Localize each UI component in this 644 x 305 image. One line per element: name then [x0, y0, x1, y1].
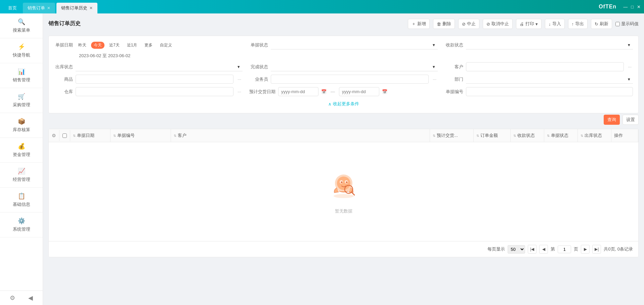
first-page-btn[interactable]: |◀ [528, 245, 536, 254]
out-stock-select[interactable]: ▾ [76, 63, 243, 71]
sidebar-item-system-mgmt-label: 系统管理 [13, 226, 30, 232]
per-page-select[interactable]: 50 10 20 100 [508, 245, 525, 254]
tab-home-label: 首页 [8, 5, 17, 11]
delete-button[interactable]: 🗑 删除 [433, 19, 455, 29]
salesperson-input[interactable] [271, 75, 429, 84]
date-btn-1month[interactable]: 近1月 [124, 42, 140, 49]
collapse-icon: ∧ [328, 102, 332, 107]
sidebar-item-purchase-mgmt[interactable]: 🛒 采购管理 [0, 88, 43, 113]
warehouse-more-icon[interactable]: ··· [236, 89, 243, 94]
salesperson-label: 业务员 [249, 76, 268, 82]
filter-warehouse-field: 仓库 ··· [54, 87, 243, 96]
page-suffix: 页 [574, 246, 578, 252]
calendar-start-icon[interactable]: 📅 [321, 89, 327, 94]
complete-status-dropdown-icon: ▾ [433, 64, 435, 69]
display-columns-checkbox-label[interactable]: 显示码值 [615, 21, 639, 27]
warehouse-label: 仓库 [54, 89, 73, 95]
sidebar-item-quick-nav[interactable]: ⚡ 快捷导航 [0, 38, 43, 63]
date-btn-yesterday[interactable]: 昨天 [76, 42, 89, 49]
table-header: ⚙ ⇅ 单据日期 ⇅ 单据编号 ⇅ 客户 ⇅ 预计交货. [49, 129, 638, 142]
filter-row-3: 商品 ··· 业务员 ··· 部门 ▾ [54, 75, 633, 84]
stop-icon: ⊘ [462, 22, 466, 27]
payment-status-dropdown-icon: ▾ [628, 42, 630, 47]
sidebar-item-operation-mgmt-label: 经营管理 [13, 177, 30, 183]
prev-page-btn[interactable]: ◀ [539, 245, 548, 254]
tab-sales-order-history[interactable]: 销售订单历史 ✕ [56, 3, 97, 13]
table-settings-icon[interactable]: ⚙ [49, 130, 59, 141]
sidebar-item-system-mgmt[interactable]: ⚙️ 系统管理 [0, 213, 43, 237]
query-button[interactable]: 查询 [604, 115, 620, 125]
next-page-btn[interactable]: ▶ [581, 245, 590, 254]
complete-status-select[interactable]: ▾ [271, 63, 438, 71]
filter-payment-status-field: 收款状态 ▾ [444, 41, 633, 49]
bill-status-dropdown-icon: ▾ [433, 42, 435, 47]
department-select[interactable]: ▾ [466, 75, 633, 84]
basic-info-icon: 📋 [18, 192, 25, 200]
goods-input[interactable] [76, 75, 233, 84]
empty-text: 暂无数据 [335, 208, 352, 214]
table-header-payment-status[interactable]: ⇅ 收款状态 [511, 129, 544, 142]
tab-sales-order-close[interactable]: ✕ [47, 6, 50, 10]
goods-more-icon[interactable]: ··· [236, 77, 243, 82]
last-page-btn[interactable]: ▶| [592, 245, 601, 254]
bill-no-input[interactable] [466, 87, 633, 96]
window-maximize[interactable]: □ [631, 4, 634, 9]
date-btn-today[interactable]: 今天 [91, 42, 104, 49]
bill-no-label: 单据编号 [444, 89, 463, 95]
tab-sales-order[interactable]: 销售订单 ✕ [23, 3, 55, 13]
sidebar-item-stock-calc[interactable]: 📦 库存核算 [0, 113, 43, 138]
window-minimize[interactable]: — [623, 4, 628, 9]
table-header-bill-date[interactable]: ⇅ 单据日期 [70, 129, 111, 142]
total-records-label: 共0页, 0条记录 [604, 246, 633, 252]
table-header-customer[interactable]: ⇅ 客户 [171, 129, 430, 142]
display-columns-checkbox[interactable] [615, 22, 620, 26]
date-btn-more[interactable]: 更多 [142, 42, 155, 49]
new-button[interactable]: ＋ 新增 [408, 19, 430, 29]
sidebar-item-basic-info[interactable]: 📋 基础信息 [0, 188, 43, 213]
stop-button[interactable]: ⊘ 中止 [458, 19, 479, 29]
cancel-stop-icon: ⊘ [486, 22, 490, 27]
import-button[interactable]: ↓ 导入 [545, 19, 565, 29]
filter-bill-status-field: 单据状态 ▾ [249, 41, 438, 49]
setting-button[interactable]: 设置 [622, 115, 639, 125]
tab-home[interactable]: 首页 [3, 3, 22, 13]
table-header-bill-status[interactable]: ⇅ 单据状态 [544, 129, 578, 142]
print-button[interactable]: 🖨 打印 ▾ [516, 19, 542, 29]
sidebar-item-operation-mgmt[interactable]: 📈 经营管理 [0, 163, 43, 188]
table-header-out-stock-status[interactable]: ⇅ 出库状态 [578, 129, 611, 142]
date-range-separator: — [329, 89, 336, 94]
filter-department-field: 部门 ▾ [444, 75, 633, 84]
sidebar-collapse-icon[interactable]: ◀ [28, 294, 33, 302]
collapse-btn[interactable]: ∧ 收起更多条件 [54, 100, 633, 108]
expected-date-start-input[interactable] [278, 87, 318, 96]
page-number-input[interactable] [558, 245, 571, 253]
bill-status-select[interactable]: ▾ [271, 41, 438, 49]
tab-list: 首页 销售订单 ✕ 销售订单历史 ✕ [3, 1, 599, 12]
warehouse-input[interactable] [76, 87, 233, 96]
date-btn-custom[interactable]: 自定义 [157, 42, 175, 49]
salesperson-more-icon[interactable]: ··· [431, 77, 438, 82]
tab-sales-order-history-close[interactable]: ✕ [89, 6, 93, 10]
svg-point-9 [346, 187, 351, 192]
window-close[interactable]: ✕ [637, 4, 641, 9]
refresh-button[interactable]: ↻ 刷新 [591, 19, 612, 29]
payment-status-select[interactable]: ▾ [466, 41, 633, 49]
sidebar-item-finance-mgmt[interactable]: 💰 资金管理 [0, 138, 43, 163]
setting-label: 设置 [626, 117, 635, 123]
table-header-order-amount[interactable]: ⇅ 订单金额 [474, 129, 511, 142]
export-button[interactable]: ↑ 导出 [568, 19, 588, 29]
sidebar-item-search-menu[interactable]: 🔍 搜索菜单 [0, 13, 43, 38]
customer-more-icon[interactable]: ··· [627, 64, 633, 69]
customer-input[interactable] [466, 62, 624, 71]
table-header-bill-no[interactable]: ⇅ 单据编号 [111, 129, 171, 142]
table-select-all-checkbox[interactable] [62, 134, 67, 138]
sidebar-item-sales-mgmt[interactable]: 📊 销售管理 [0, 63, 43, 88]
calendar-end-icon[interactable]: 📅 [382, 89, 387, 94]
expected-date-end-input[interactable] [339, 87, 379, 96]
sidebar-settings-icon[interactable]: ⚙ [10, 294, 15, 302]
table-header-expected-date[interactable]: ⇅ 预计交货... [430, 129, 474, 142]
date-btn-7days[interactable]: 近7天 [106, 42, 122, 49]
main-layout: 🔍 搜索菜单 ⚡ 快捷导航 📊 销售管理 🛒 采购管理 📦 库存核算 💰 资金管… [0, 13, 644, 305]
cancel-stop-button[interactable]: ⊘ 取消中止 [483, 19, 513, 29]
sidebar-item-sales-mgmt-label: 销售管理 [13, 77, 30, 83]
